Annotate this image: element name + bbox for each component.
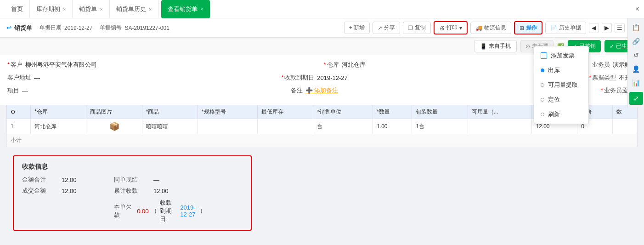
close-tab-inventory[interactable]: × [63,6,66,12]
col-spec: *规格型号 [198,105,257,119]
customer-label: 客户 [7,61,23,69]
sidebar-icon-user[interactable]: 👤 [629,63,643,75]
note-field: 备注 ➕ 添加备注 [291,86,339,95]
operation-button[interactable]: ⊞ 操作 [514,21,542,34]
amount-total-value: 12.00 [62,177,77,183]
doc-icon: ↩ [6,24,11,31]
cell-quantity: 1.00 [373,119,412,134]
dropdown-outbound[interactable]: 出库 [534,63,588,78]
cell-product: 嘻嘻嘻嘻 [142,119,198,134]
cell-warehouse: 河北仓库 [31,119,86,134]
employee-label: 业务员 [592,61,610,69]
history-button[interactable]: 📄 历史单据 [545,22,586,34]
ticket-type-label: 票据类型 [589,74,616,82]
next-arrow[interactable]: ▶ [602,23,612,33]
note-add-link[interactable]: ➕ 添加备注 [305,86,339,95]
deal-amount-value: 12.00 [62,188,77,194]
number-value: SA-20191227-001 [124,25,169,31]
share-button[interactable]: ↗ 分享 [373,22,400,34]
cell-min-stock [257,119,313,134]
arrears-row: 本单欠款 0.00 （ 收款到期日: 2019-12-27 ） [114,199,206,223]
copy-button[interactable]: ❐ 复制 [403,22,431,34]
close-tab-view[interactable]: × [200,6,203,12]
warehouse-label: 仓库 [324,61,339,69]
cumulative-row: 累计收款 12.00 [114,187,206,195]
sidebar-icon-chart[interactable]: 📊 [629,76,643,89]
sidebar-icon-expand[interactable]: ⤢ [629,92,643,105]
dropdown-locate[interactable]: 定位 [534,92,588,107]
share-icon: ↗ [378,25,382,31]
amount-total-label: 金额合计 [22,176,59,184]
list-view[interactable]: ☰ [615,23,625,33]
warehouse-value: 河北仓库 [342,61,366,69]
col-gear: ⚙ [7,105,31,119]
dropdown-available-extract[interactable]: 可用量提取 [534,78,588,92]
doc-title-text: 销货单 [14,24,32,32]
same-order-row: 同单现结 — [114,176,206,184]
from-phone-btn[interactable]: 📱 来自手机 [474,40,517,52]
radio-icon-available [541,83,544,87]
number-label: 单据编号 [100,24,122,32]
dropdown-add-invoice[interactable]: 添加发票 [534,48,588,63]
window-close-button[interactable]: × [635,5,639,13]
project-field: 项目 — [7,86,28,95]
payment-grid: 金额合计 12.00 同单现结 — 成交金额 12.00 累计收款 12.00 … [22,176,243,223]
warehouse-field: 仓库 河北仓库 [324,61,366,69]
payment-section: 收款信息 金额合计 12.00 同单现结 — 成交金额 12.00 累计收款 1… [13,155,252,231]
project-label: 项目 [7,86,19,95]
col-pack-qty: 包装数量 [412,105,468,119]
deal-amount-label: 成交金额 [22,187,59,195]
same-order-label: 同单现结 [114,176,151,184]
cell-available [468,119,532,134]
cumulative-label: 累计收款 [114,187,151,195]
tab-view-sales[interactable]: 查看销货单 × [161,0,210,18]
subtotal-label: 小计 [7,134,638,147]
arrears-value: 0.00 [137,208,148,215]
doc-header: ↩ 销货单 单据日期 2019-12-27 单据编号 SA-20191227-0… [0,18,644,38]
cell-image: 📦 [86,119,142,134]
project-value: — [22,87,28,94]
new-button[interactable]: + 新增 [344,22,370,34]
radio-dot-blue [541,68,544,72]
checkbox-icon [541,52,547,59]
cell-spec [198,119,257,134]
sidebar-icon-doc[interactable]: 📋 [629,21,643,34]
sidebar-icon-link[interactable]: 🔗 [629,35,643,48]
sales-emp-label: 业务员孟 [601,86,628,95]
close-tab-history[interactable]: × [149,6,152,12]
doc-date-meta: 单据日期 2019-12-27 [40,24,92,32]
logistics-button[interactable]: 🚚 物流信息 [470,22,511,34]
grid-icon: ⊞ [520,25,524,31]
truck-icon: 🚚 [475,25,482,31]
tab-home[interactable]: 首页 [5,0,30,18]
tab-sales-history[interactable]: 销货单历史 × [110,0,158,18]
phone-icon: 📱 [480,43,487,50]
effective-icon: ✓ [610,43,614,50]
print-button[interactable]: 🖨 打印 ▾ [434,21,468,34]
cell-index: 1 [7,119,31,134]
address-field: 客户地址 — [7,74,40,82]
radio-icon-refresh [541,113,544,116]
dropdown-refresh[interactable]: 刷新 [534,107,588,122]
prev-arrow[interactable]: ◀ [589,23,599,33]
address-label: 客户地址 [7,74,31,82]
tab-inventory-init[interactable]: 库存期初 × [30,0,73,18]
cell-amount [612,119,637,134]
sidebar-icon-refresh[interactable]: ↺ [629,49,643,62]
arrears-label: 本单欠款 [114,203,134,219]
cumulative-value: 12.00 [153,188,169,194]
right-sidebar: 📋 🔗 ↺ 👤 📊 ⤢ [627,18,644,108]
col-sales-unit: *销售单位 [313,105,373,119]
cell-sales-unit: 台 [313,119,373,134]
doc-title-area: ↩ 销货单 [6,24,32,32]
radio-icon-locate [541,98,544,102]
arrears-parenthetical: （ [151,207,157,215]
col-image: 商品图片 [86,105,142,119]
circle-icon: ⊙ [525,43,530,50]
col-quantity: *数量 [373,105,412,119]
tab-sales-order[interactable]: 销货单 × [73,0,109,18]
note-label: 备注 [291,86,303,95]
print-icon: 🖨 [439,25,445,31]
subtotal-row: 小计 [7,134,638,147]
close-tab-sales[interactable]: × [100,6,102,12]
